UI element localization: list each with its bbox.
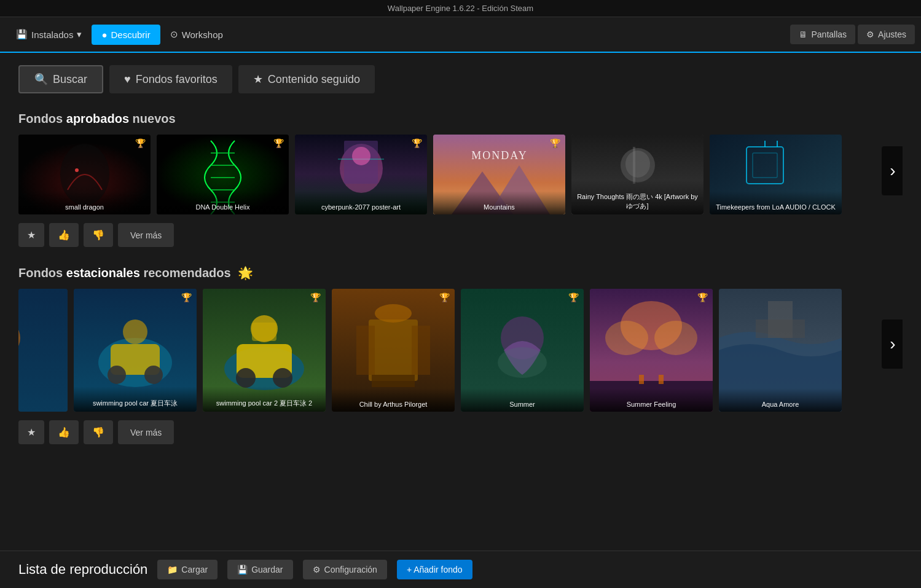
svg-point-40: [273, 368, 292, 388]
trophy-icon: 🏆: [568, 292, 579, 302]
section-seasonal: Fondos estacionales recomendados 🌟: [18, 265, 903, 444]
trophy-icon: 🏆: [697, 292, 708, 302]
card-approved-1[interactable]: 🏆 small dragon: [18, 135, 151, 214]
svg-rect-58: [659, 375, 664, 384]
seasonal-star-button[interactable]: ★: [18, 420, 44, 444]
svg-point-35: [123, 319, 147, 344]
heart-icon: ♥: [124, 73, 131, 86]
card-label: Aqua Amore: [719, 388, 842, 412]
card-seasonal-partial[interactable]: [18, 289, 68, 412]
trophy-icon: 🏆: [310, 292, 321, 302]
steam-icon: ⊙: [170, 29, 178, 40]
seasonal-more-button[interactable]: Ver más: [118, 420, 174, 444]
nav-settings-button[interactable]: ⚙ Ajustes: [858, 25, 915, 44]
card-thumbnail: [461, 289, 584, 369]
card-label: swimming pool car 2 夏日车泳 2: [203, 386, 326, 412]
tab-followed[interactable]: ★ Contenido seguido: [238, 65, 375, 93]
card-approved-6[interactable]: Timekeepers from LoA AUDIO / CLOCK: [710, 135, 842, 214]
sliders-icon: ⚙: [313, 565, 321, 574]
card-thumbnail: [74, 289, 197, 369]
svg-point-39: [236, 368, 256, 388]
svg-text:MONDAY: MONDAY: [471, 149, 527, 162]
approved-thumbup-button[interactable]: 👍: [49, 223, 79, 247]
approved-more-button[interactable]: Ver más: [118, 223, 174, 247]
svg-point-54: [605, 321, 648, 355]
svg-rect-48: [372, 375, 415, 387]
approved-scroll-right[interactable]: ›: [882, 146, 903, 195]
discover-icon: ●: [101, 29, 107, 40]
nav-discover[interactable]: ● Descubrir: [92, 25, 160, 45]
svg-rect-42: [252, 323, 276, 341]
trophy-icon: 🏆: [439, 292, 450, 302]
card-seasonal-3[interactable]: 🏆 Chill by Arthus Pilorget: [332, 289, 455, 412]
partial-thumbnail-svg: [18, 289, 68, 412]
tab-favorites[interactable]: ♥ Fondos favoritos: [109, 65, 232, 93]
card-approved-5[interactable]: Rainy Thoughts 雨の思い 4k [Artwork by ゆづあ]: [571, 135, 703, 214]
card-label: small dragon: [18, 191, 151, 214]
trophy-symbol: 🏆: [135, 138, 146, 148]
playlist-add-button[interactable]: + Añadir fondo: [397, 560, 472, 579]
card-approved-3[interactable]: 🏆 cyberpunk-2077 poster-art: [295, 135, 427, 214]
svg-point-34: [144, 366, 163, 384]
approved-thumbdown-button[interactable]: 👎: [84, 223, 113, 247]
card-approved-4[interactable]: MONDAY 🏆 Mountains: [433, 135, 565, 214]
approved-star-button[interactable]: ★: [18, 223, 44, 247]
monitor-icon: 🖥: [799, 29, 807, 39]
playlist-load-button[interactable]: 📁 Cargar: [157, 560, 218, 579]
playlist-bar: Lista de reproducción 📁 Cargar 💾 Guardar…: [0, 551, 921, 588]
star-icon: ★: [253, 73, 263, 86]
trophy-icon: 🏆: [550, 138, 560, 148]
approved-cards-container: 🏆 small dragon: [18, 135, 903, 214]
section-approved-title: Fondos aprobados nuevos: [18, 112, 903, 126]
card-seasonal-6[interactable]: Aqua Amore: [719, 289, 842, 412]
save-icon: 💾: [16, 29, 28, 40]
card-seasonal-2[interactable]: 🏆 swimming pool car 2 夏日车泳 2: [203, 289, 326, 412]
seasonal-cards-container: 🏆 swimming pool car 夏日车泳: [18, 289, 903, 412]
svg-rect-46: [412, 326, 430, 375]
card-label: swimming pool car 夏日车泳: [74, 386, 197, 412]
card-seasonal-5[interactable]: 🏆 Summer Feeling: [590, 289, 713, 412]
tab-search[interactable]: 🔍 Buscar: [18, 65, 103, 93]
trophy-icon: 🏆: [135, 138, 146, 148]
nav-screens-button[interactable]: 🖥 Pantallas: [790, 25, 855, 44]
nav-installed[interactable]: 💾 Instalados ▾: [6, 24, 92, 45]
card-label: DNA Double Helix: [157, 191, 289, 214]
svg-rect-57: [639, 375, 644, 384]
card-approved-2[interactable]: 🏆 DNA Double Helix: [157, 135, 289, 214]
card-seasonal-1[interactable]: 🏆 swimming pool car 夏日车泳: [74, 289, 197, 412]
chevron-down-icon: ▾: [77, 29, 82, 40]
folder-icon: 📁: [167, 565, 178, 574]
seasonal-thumbup-button[interactable]: 👍: [49, 420, 79, 444]
playlist-title: Lista de reproducción: [18, 562, 147, 578]
card-seasonal-4[interactable]: 🏆 Summer: [461, 289, 584, 412]
tab-row: 🔍 Buscar ♥ Fondos favoritos ★ Contenido …: [18, 65, 903, 93]
svg-point-2: [75, 168, 79, 172]
playlist-save-button[interactable]: 💾 Guardar: [227, 560, 292, 579]
gear-icon: ⚙: [866, 29, 874, 39]
svg-rect-61: [756, 319, 805, 338]
playlist-config-button[interactable]: ⚙ Configuración: [303, 560, 387, 579]
svg-point-47: [375, 304, 412, 323]
trophy-icon: 🏆: [181, 292, 192, 302]
approved-wallpaper-row: 🏆 small dragon: [18, 135, 903, 214]
svg-point-33: [108, 366, 126, 384]
card-label: Mountains: [433, 191, 565, 214]
floppy-icon: 💾: [237, 565, 248, 574]
approved-action-row: ★ 👍 👎 Ver más: [18, 223, 903, 247]
card-label: Timekeepers from LoA AUDIO / CLOCK: [710, 191, 842, 214]
card-thumbnail: [590, 289, 713, 369]
svg-rect-27: [18, 289, 68, 412]
nav-right-group: 🖥 Pantallas ⚙ Ajustes: [790, 25, 915, 44]
seasonal-scroll-right[interactable]: ›: [882, 319, 903, 369]
svg-rect-44: [369, 319, 418, 381]
card-label: cyberpunk-2077 poster-art: [295, 191, 427, 214]
svg-point-55: [654, 321, 697, 355]
card-label: Rainy Thoughts 雨の思い 4k [Artwork by ゆづあ]: [571, 180, 703, 214]
seasonal-action-row: ★ 👍 👎 Ver más: [18, 420, 903, 444]
section-approved: Fondos aprobados nuevos 🏆: [18, 112, 903, 247]
nav-workshop[interactable]: ⊙ Workshop: [160, 24, 233, 45]
seasonal-thumbdown-button[interactable]: 👎: [84, 420, 113, 444]
svg-rect-21: [633, 147, 635, 184]
app-title: Wallpaper Engine 1.6.22 - Edición Steam: [388, 4, 533, 13]
card-thumbnail: [332, 289, 455, 369]
